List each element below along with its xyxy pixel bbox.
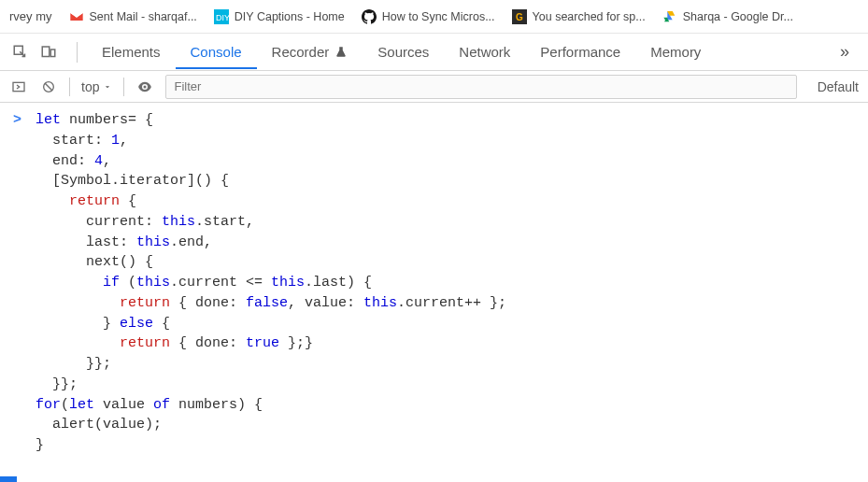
tab-label: Recorder (272, 44, 330, 60)
site-icon: G (512, 9, 527, 24)
separator (123, 78, 124, 96)
bookmark-item[interactable]: Sent Mail - sharqaf... (69, 9, 197, 24)
filter-input[interactable] (165, 75, 796, 99)
svg-line-12 (45, 83, 52, 91)
bookmark-item[interactable]: rvey my (9, 9, 52, 23)
accent-bar (0, 476, 17, 482)
tab-elements[interactable]: Elements (87, 35, 176, 69)
bookmark-item[interactable]: G You searched for sp... (512, 9, 646, 24)
tab-recorder[interactable]: Recorder (257, 35, 363, 69)
bookmark-label: How to Sync Micros... (382, 10, 495, 23)
bookmark-label: Sharqa - Google Dr... (683, 10, 793, 23)
bookmark-item[interactable]: How to Sync Micros... (362, 9, 495, 24)
device-icon[interactable] (39, 43, 58, 62)
bookmark-label: DIY Captions - Home (235, 10, 345, 23)
github-icon (362, 9, 377, 24)
toggle-sidebar-icon[interactable] (9, 78, 28, 96)
context-selector[interactable]: top (81, 79, 112, 94)
bookmarks-bar: rvey my Sent Mail - sharqaf... DIY DIY C… (0, 0, 868, 34)
diy-icon: DIY (214, 9, 229, 24)
svg-text:DIY: DIY (216, 13, 229, 22)
flask-icon (334, 46, 348, 59)
tab-sources[interactable]: Sources (363, 35, 444, 69)
clear-console-icon[interactable] (39, 78, 58, 96)
tab-memory[interactable]: Memory (635, 35, 716, 69)
tab-performance[interactable]: Performance (525, 35, 635, 69)
bookmark-label: You searched for sp... (533, 10, 646, 23)
live-expression-icon[interactable] (135, 78, 154, 96)
prompt-icon: > (13, 110, 21, 131)
log-levels[interactable]: Default (808, 79, 859, 94)
drive-icon (662, 9, 677, 24)
chevron-down-icon (103, 82, 112, 92)
svg-point-13 (144, 85, 147, 88)
console-toolbar: top Default (0, 71, 868, 103)
bookmark-item[interactable]: DIY DIY Captions - Home (214, 9, 345, 24)
svg-rect-8 (42, 47, 50, 57)
devtools-tabbar: Elements Console Recorder Sources Networ… (0, 34, 868, 71)
separator (69, 78, 70, 96)
bookmark-label: Sent Mail - sharqaf... (90, 10, 197, 23)
tab-network[interactable]: Network (444, 35, 525, 69)
inspect-icon[interactable] (11, 43, 30, 62)
context-label: top (81, 79, 99, 94)
gmail-icon (69, 9, 84, 24)
svg-rect-9 (50, 50, 55, 57)
bookmark-item[interactable]: Sharqa - Google Dr... (662, 9, 793, 24)
console-code[interactable]: let numbers= { start: 1, end: 4, [Symbol… (36, 110, 859, 456)
tabs-overflow-icon[interactable]: » (832, 42, 857, 62)
separator (77, 42, 78, 63)
svg-text:G: G (516, 12, 523, 22)
tab-console[interactable]: Console (176, 35, 257, 69)
console-body[interactable]: > let numbers= { start: 1, end: 4, [Symb… (0, 103, 868, 475)
